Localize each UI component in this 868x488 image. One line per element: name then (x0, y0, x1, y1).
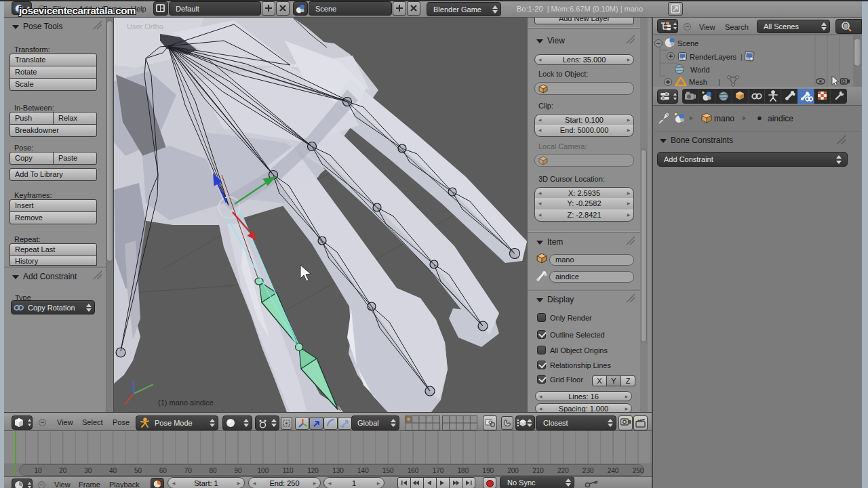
svg-text:180: 180 (458, 467, 469, 474)
svg-text:150: 150 (382, 467, 394, 474)
svg-text:World: World (690, 66, 710, 74)
svg-text:RenderLayers: RenderLayers (690, 53, 737, 61)
svg-text:100: 100 (258, 467, 269, 474)
svg-text:110: 110 (283, 467, 294, 474)
svg-text:20: 20 (59, 467, 67, 474)
svg-text:30: 30 (84, 467, 92, 474)
svg-text:60: 60 (159, 467, 167, 474)
svg-text:230: 230 (583, 467, 594, 474)
svg-text:200: 200 (507, 467, 519, 474)
svg-text:|: | (741, 53, 743, 61)
svg-text:120: 120 (307, 467, 319, 474)
svg-text:|: | (718, 78, 720, 86)
svg-text:70: 70 (184, 467, 193, 474)
svg-text:220: 220 (557, 467, 569, 474)
svg-text:80: 80 (210, 467, 218, 474)
svg-text:aindice: aindice (768, 114, 793, 123)
svg-text:Mesh: Mesh (689, 78, 707, 86)
svg-text:mano: mano (714, 114, 734, 123)
svg-text:40: 40 (109, 467, 117, 474)
svg-text:10: 10 (34, 467, 42, 474)
svg-text:(1) mano aindice: (1) mano aindice (158, 399, 214, 407)
svg-text:170: 170 (433, 467, 444, 474)
svg-text:130: 130 (332, 467, 344, 474)
svg-text:240: 240 (608, 467, 619, 474)
svg-text:250: 250 (633, 467, 644, 474)
svg-text:90: 90 (234, 467, 242, 474)
svg-text:User Ortho: User Ortho (127, 22, 163, 30)
svg-text:160: 160 (408, 467, 419, 474)
svg-text:190: 190 (482, 467, 494, 474)
svg-text:50: 50 (134, 467, 142, 474)
svg-text:140: 140 (357, 467, 369, 474)
svg-text:Scene: Scene (677, 39, 698, 47)
svg-text:210: 210 (532, 467, 544, 474)
